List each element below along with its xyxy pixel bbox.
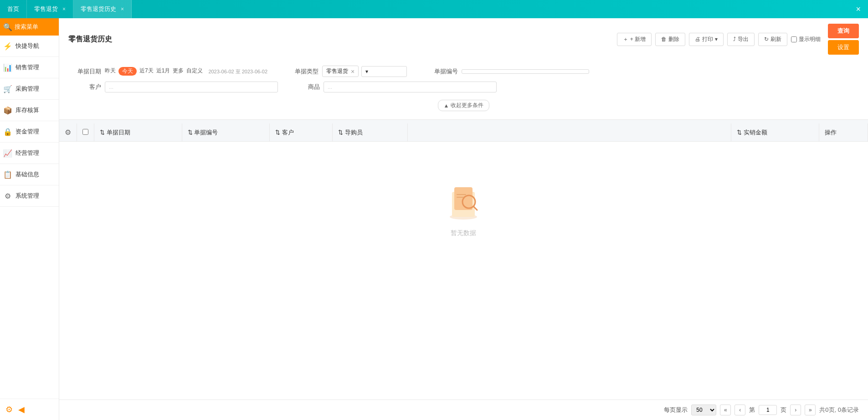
settings-label: 设置 (837, 44, 849, 51)
sidebar-search[interactable]: 🔍 搜索菜单 (0, 18, 59, 36)
sidebar-item-quick-nav[interactable]: ⚡ 快捷导航 (0, 36, 59, 57)
total-label: 共0页, 0条记录 (819, 406, 859, 414)
quick-nav-icon: ⚡ (4, 42, 12, 50)
sidebar-item-inventory[interactable]: 📦 库存核算 (0, 100, 59, 121)
export-button[interactable]: ⤴ 导出 (727, 33, 755, 46)
search-icon: 🔍 (4, 23, 12, 31)
date-today[interactable]: 今天 (118, 67, 137, 76)
first-page-btn[interactable]: « (720, 405, 731, 415)
customer-input[interactable]: ... (105, 82, 278, 92)
inventory-icon: 📦 (4, 106, 12, 114)
per-page-label: 每页显示 (664, 406, 688, 414)
sidebar-item-quick-nav-label: 快捷导航 (15, 42, 39, 50)
tab-retail-return-history[interactable]: 零售退货历史 × (73, 0, 132, 18)
collapse-button[interactable]: ▲ 收起更多条件 (438, 100, 490, 111)
export-icon: ⤴ (733, 36, 736, 42)
goods-input[interactable]: ... (324, 82, 497, 92)
tab-home-label: 首页 (7, 5, 19, 13)
date-1month[interactable]: 近1月 (156, 67, 170, 76)
filter-area: 单据日期 昨天 今天 近7天 近1月 更多 自定义 2023-06-02 至 2… (68, 60, 859, 119)
table-body: 暂无数据 (59, 142, 868, 274)
tab-list: 首页 零售退货 × 零售退货历史 × (0, 0, 848, 18)
tab-retail-return[interactable]: 零售退货 × (27, 0, 73, 18)
last-page-btn[interactable]: » (805, 405, 816, 415)
print-dropdown-icon: ▾ (715, 36, 718, 42)
operations-icon: 📈 (4, 149, 12, 157)
tab-retail-return-close[interactable]: × (62, 6, 66, 12)
sidebar-item-inventory-label: 库存核算 (15, 106, 39, 114)
sidebar-item-operations[interactable]: 📈 经营管理 (0, 143, 59, 164)
export-label: 导出 (738, 36, 749, 43)
page-label: 第 (749, 406, 755, 414)
th-no-label: ⇅ 单据编号 (188, 129, 218, 136)
collapse-label: 收起更多条件 (451, 102, 483, 109)
sidebar-item-system[interactable]: ⚙ 系统管理 (0, 185, 59, 207)
query-button[interactable]: 查询 (828, 24, 859, 38)
content-area: 零售退货历史 ＋ + 新增 🗑 删除 🖨 打印 ▾ (59, 18, 868, 420)
type-dropdown-arrow: ▾ (365, 68, 368, 75)
print-label: 打印 (702, 36, 713, 43)
th-guide: ⇅ 导购员 (333, 123, 408, 142)
doc-no-input[interactable] (462, 69, 589, 74)
next-page-btn[interactable]: › (790, 405, 801, 415)
sidebar-item-finance[interactable]: 🔒 资金管理 (0, 121, 59, 143)
type-filter-label: 单据类型 (286, 67, 322, 76)
th-action-label: 操作 (825, 129, 837, 136)
refresh-button[interactable]: ↻ 刷新 (758, 33, 787, 46)
date-custom[interactable]: 自定义 (186, 67, 203, 76)
top-bar: 首页 零售退货 × 零售退货历史 × × (0, 0, 868, 18)
date-range-text: 2023-06-02 至 2023-06-02 (208, 69, 267, 74)
type-dropdown[interactable]: ▾ (361, 66, 407, 77)
sidebar-item-basic-info[interactable]: 📋 基础信息 (0, 164, 59, 185)
th-guide-label: ⇅ 导购员 (338, 129, 363, 136)
sidebar-bottom: ⚙ ◀ (0, 399, 59, 420)
customer-label: 客户 (68, 83, 105, 91)
main-layout: 🔍 搜索菜单 ⚡ 快捷导航 📊 销售管理 🛒 采购管理 📦 库存核算 🔒 资金管… (0, 18, 868, 420)
filter-row-customer: 客户 ... 商品 ... (68, 82, 859, 92)
page-size-select[interactable]: 50 100 200 (691, 405, 716, 415)
th-amount-label: ⇅ 实销金额 (737, 129, 767, 136)
sidebar-item-basic-info-label: 基础信息 (15, 170, 39, 179)
sidebar-item-purchase-label: 采购管理 (15, 85, 39, 93)
collapse-sidebar-icon[interactable]: ◀ (18, 405, 25, 415)
type-tag-close[interactable]: × (351, 68, 354, 75)
collapse-icon: ▲ (444, 102, 449, 109)
new-icon: ＋ (623, 36, 628, 43)
th-date-label: ⇅ 单据日期 (100, 129, 130, 136)
page-input[interactable] (759, 405, 777, 415)
type-filter-tag: 零售退货 × (322, 66, 359, 77)
query-label: 查询 (837, 27, 849, 34)
refresh-icon: ↻ (764, 36, 769, 42)
sidebar-item-system-label: 系统管理 (15, 192, 39, 200)
tab-retail-return-history-close[interactable]: × (121, 6, 124, 12)
date-range-display: 2023-06-02 至 2023-06-02 (208, 68, 267, 75)
th-no: ⇅ 单据编号 (182, 123, 270, 142)
display-detail-option: 显示明细 (791, 36, 821, 43)
tab-home[interactable]: 首页 (0, 0, 27, 18)
empty-state-cell: 暂无数据 (59, 142, 868, 274)
window-close-btn[interactable]: × (848, 5, 868, 14)
print-button[interactable]: 🖨 打印 ▾ (689, 33, 724, 46)
data-table: ⚙ ⇅ 单据日期 ⇅ 单据编号 ⇅ 客户 (59, 123, 868, 274)
delete-button[interactable]: 🗑 删除 (655, 33, 685, 46)
th-action: 操作 (819, 123, 868, 142)
tab-retail-return-history-label: 零售退货历史 (81, 5, 116, 13)
sidebar-item-purchase[interactable]: 🛒 采购管理 (0, 78, 59, 100)
date-yesterday[interactable]: 昨天 (105, 67, 116, 76)
display-detail-checkbox[interactable] (791, 36, 797, 42)
date-more[interactable]: 更多 (173, 67, 184, 76)
sidebar-item-operations-label: 经营管理 (15, 149, 39, 157)
select-all-checkbox[interactable] (82, 129, 88, 135)
date-7days[interactable]: 近7天 (139, 67, 154, 76)
sidebar-item-sales[interactable]: 📊 销售管理 (0, 57, 59, 78)
settings-bottom-icon[interactable]: ⚙ (5, 405, 13, 415)
doc-no-label: 单据编号 (425, 67, 462, 76)
table-settings-icon[interactable]: ⚙ (65, 128, 71, 136)
sidebar-item-sales-label: 销售管理 (15, 63, 39, 72)
display-detail-label: 显示明细 (799, 36, 821, 43)
new-label: + 新增 (630, 36, 646, 43)
prev-page-btn[interactable]: ‹ (734, 405, 745, 415)
new-button[interactable]: ＋ + 新增 (617, 33, 652, 46)
page-header: 零售退货历史 ＋ + 新增 🗑 删除 🖨 打印 ▾ (59, 18, 868, 120)
settings-button[interactable]: 设置 (828, 40, 859, 55)
